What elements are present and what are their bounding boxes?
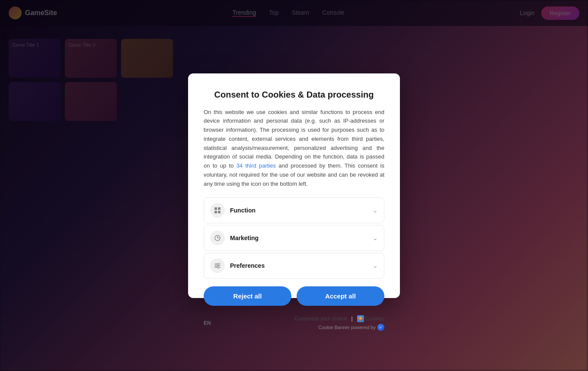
consent-item-preferences[interactable]: Preferences ⌄ (204, 253, 384, 279)
consent-item-preferences-left: Preferences (210, 258, 265, 273)
modal-backdrop: Consent to Cookies & Data processing On … (0, 0, 588, 371)
modal-title: Consent to Cookies & Data processing (204, 89, 384, 100)
consent-item-marketing-left: Marketing (210, 231, 259, 245)
powered-by-icon: ✓ (377, 324, 384, 331)
description-text-1: On this website we use cookies and simil… (204, 109, 384, 169)
svg-rect-2 (214, 211, 217, 213)
preferences-chevron-icon: ⌄ (373, 262, 378, 269)
preferences-icon (210, 258, 225, 273)
customize-choice-link[interactable]: Customize your choice (294, 316, 347, 322)
footer-links: Customize your choice | 🍪 Cookies (294, 315, 384, 322)
function-chevron-icon: ⌄ (373, 207, 378, 214)
cookie-consent-modal: Consent to Cookies & Data processing On … (188, 73, 400, 298)
cookies-link[interactable]: 🍪 Cookies (357, 315, 384, 322)
svg-rect-3 (218, 211, 220, 213)
cookies-link-text: Cookies (366, 316, 384, 322)
svg-rect-0 (214, 207, 217, 210)
marketing-label: Marketing (230, 235, 259, 241)
footer-right: Customize your choice | 🍪 Cookies Cookie… (294, 315, 384, 331)
consent-item-function[interactable]: Function ⌄ (204, 197, 384, 223)
svg-point-10 (217, 266, 219, 268)
preferences-label: Preferences (230, 262, 265, 269)
modal-footer: EN Customize your choice | 🍪 Cookies Coo… (204, 312, 384, 331)
marketing-icon (210, 231, 225, 245)
accept-all-button[interactable]: Accept all (297, 286, 384, 306)
svg-rect-1 (218, 207, 220, 210)
svg-point-8 (217, 263, 219, 265)
language-selector[interactable]: EN (204, 320, 211, 326)
third-parties-link[interactable]: 34 third parties (236, 162, 276, 169)
consent-item-marketing[interactable]: Marketing ⌄ (204, 225, 384, 251)
function-icon (210, 203, 225, 218)
modal-action-buttons: Reject all Accept all (204, 286, 384, 306)
marketing-chevron-icon: ⌄ (373, 235, 378, 241)
footer-separator: | (352, 316, 353, 322)
modal-description: On this website we use cookies and simil… (204, 108, 384, 189)
cookie-banner-powered-by: Cookie Banner powered by ✓ (318, 324, 384, 331)
cookies-icon: 🍪 (357, 315, 364, 322)
reject-all-button[interactable]: Reject all (204, 286, 291, 306)
function-label: Function (230, 207, 256, 214)
svg-point-9 (215, 265, 217, 266)
powered-by-text: Cookie Banner powered by (318, 325, 376, 330)
consent-items-list: Function ⌄ Marketing ⌄ (204, 197, 384, 279)
consent-item-function-left: Function (210, 203, 256, 218)
